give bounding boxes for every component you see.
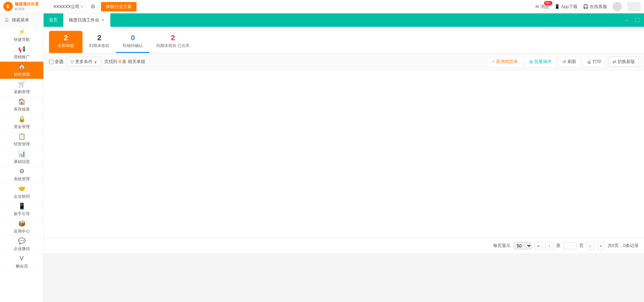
- next-page-button[interactable]: ›: [586, 242, 594, 250]
- sidebar-item-basic-info[interactable]: 📊 基础信息: [0, 149, 43, 166]
- app-download-icon: 📱: [554, 4, 560, 9]
- sidebar-label-quick-nav: 快捷导航: [14, 37, 30, 43]
- logo-name: 畅捷通好生意: [15, 2, 39, 6]
- stat-label-pending: 旺铺待确认: [123, 43, 143, 49]
- sidebar-label-marketing: 营销推广: [14, 54, 30, 60]
- sidebar-item-quick-nav[interactable]: ⚡ 快捷导航: [0, 27, 43, 44]
- gear-button[interactable]: ⚙: [88, 2, 98, 11]
- top-header: 6 畅捷通好生意 标准版 XXXXXX公司 ▾ ⚙ 体验行业方案 ✉ 消息 99…: [0, 0, 644, 13]
- company-name: XXXXXX公司: [53, 4, 79, 10]
- select-all-checkbox[interactable]: 全选: [49, 59, 63, 65]
- workbench: 2 全部单据 2 到期未收款 0 旺铺待确认 2 到期未收款 已出库 全选: [44, 27, 644, 253]
- sidebar-item-system[interactable]: ⚙ 系统管理: [0, 166, 43, 184]
- found-prefix: 共找到: [104, 59, 117, 64]
- online-service-button[interactable]: 🎧 在线客服: [583, 4, 607, 10]
- app-download-label: App下载: [561, 4, 578, 10]
- toolbar-right: + 新增销货单 ⊞ 批量操作 ↺ 刷新 🖨 打印 ⇄ 切换新版: [488, 57, 639, 67]
- marketing-icon: 📢: [18, 46, 25, 53]
- print-button[interactable]: 🖨 打印: [584, 57, 605, 66]
- switch-label: 切换新版: [618, 59, 635, 65]
- sidebar-item-marketing[interactable]: 📢 营销推广: [0, 44, 43, 62]
- sidebar-label-operations: 经营管理: [14, 141, 30, 147]
- logo-sub: 标准版: [15, 7, 39, 11]
- message-button[interactable]: ✉ 消息 99+: [535, 4, 549, 10]
- tab-close-icon[interactable]: ✕: [101, 18, 105, 22]
- chevron-down-icon: ▾: [81, 5, 83, 8]
- sidebar-item-guide[interactable]: 📱 新手引导: [0, 201, 43, 219]
- operations-icon: 📋: [18, 133, 25, 140]
- filter-button[interactable]: ▽ 更多条件 ∨: [67, 57, 101, 66]
- sidebar-item-sales[interactable]: 🏠 销售管理: [0, 62, 43, 79]
- switch-version-button[interactable]: ⇄ 切换新版: [609, 57, 639, 67]
- tab-minimize-button[interactable]: −: [623, 16, 631, 24]
- sidebar-label-sales: 销售管理: [14, 72, 30, 77]
- finance-icon: 🔒: [18, 115, 25, 123]
- first-page-button[interactable]: «: [535, 242, 543, 250]
- sidebar-label-system: 系统管理: [14, 176, 30, 182]
- select-all-input[interactable]: [49, 60, 53, 64]
- quick-nav-icon: ⚡: [18, 28, 25, 36]
- system-icon: ⚙: [19, 168, 24, 175]
- sidebar-item-purchase[interactable]: 🛒 采购管理: [0, 79, 43, 97]
- refresh-button[interactable]: ↺ 刷新: [559, 57, 580, 66]
- stat-label-overdue-out: 到期未收款 已出库: [156, 43, 190, 49]
- sidebar-item-operations[interactable]: 📋 经营管理: [0, 131, 43, 149]
- headset-icon: 🎧: [583, 4, 588, 9]
- print-label: 打印: [593, 59, 601, 65]
- sidebar-item-wechat[interactable]: 💬 企业微信: [0, 236, 43, 253]
- stat-label-all: 全部单据: [58, 43, 74, 49]
- found-text: 共找到 0 条 相关单据: [104, 59, 145, 65]
- logo-icon: 6: [3, 2, 13, 11]
- sidebar-item-inventory[interactable]: 🏠 库存核算: [0, 97, 43, 114]
- search-menu-button[interactable]: ☰ 搜索菜单: [0, 13, 43, 27]
- stat-tab-overdue-out[interactable]: 2 到期未收款 已出库: [150, 31, 196, 53]
- sidebar-label-basic-info: 基础信息: [14, 159, 30, 165]
- switch-icon: ⇄: [612, 59, 616, 64]
- filter-icon: ▽: [70, 59, 74, 64]
- sidebar-item-finance[interactable]: 🔒 资金管理: [0, 114, 43, 131]
- stat-num-overdue-out: 2: [171, 34, 175, 42]
- stat-tab-all[interactable]: 2 全部单据: [49, 31, 83, 53]
- app-download-button[interactable]: 📱 App下载: [554, 4, 578, 10]
- avatar-name[interactable]: [627, 2, 641, 11]
- last-page-button[interactable]: »: [597, 242, 605, 250]
- tab-workbench-label: 钱货日清工作台: [69, 17, 99, 23]
- refresh-label: 刷新: [568, 59, 576, 65]
- sidebar-item-enterprise[interactable]: 🤝 企业协同: [0, 184, 43, 201]
- sidebar-label-inventory: 库存核算: [14, 107, 30, 112]
- wechat-icon: 💬: [18, 237, 25, 245]
- page-input[interactable]: 1: [563, 242, 577, 249]
- stats-tabs: 2 全部单据 2 到期未收款 0 旺铺待确认 2 到期未收款 已出库: [44, 27, 644, 53]
- prev-page-button[interactable]: ‹: [545, 242, 553, 250]
- page-label2: 页: [579, 243, 584, 249]
- company-selector[interactable]: XXXXXX公司 ▾: [50, 2, 86, 11]
- found-count: 0: [119, 59, 121, 64]
- add-sales-order-button[interactable]: + 新增销货单: [488, 57, 522, 66]
- tab-expand-button[interactable]: ⛶: [633, 16, 641, 24]
- stat-num-all: 2: [64, 34, 68, 42]
- table-area: [44, 70, 644, 238]
- app-center-icon: 📦: [18, 220, 25, 227]
- stat-tab-pending[interactable]: 0 旺铺待确认: [116, 31, 150, 53]
- trial-button[interactable]: 体验行业方案: [101, 2, 137, 11]
- page-label: 第: [556, 243, 560, 249]
- sidebar-label-member: 畅会员: [16, 263, 28, 269]
- refresh-icon: ↺: [562, 59, 566, 64]
- print-icon: 🖨: [587, 59, 591, 64]
- logo-area: 6 畅捷通好生意 标准版: [3, 2, 47, 11]
- sidebar-item-member[interactable]: V 畅会员: [0, 253, 43, 271]
- tab-workbench[interactable]: 钱货日清工作台 ✕: [63, 13, 110, 27]
- avatar[interactable]: [612, 2, 622, 11]
- tab-home[interactable]: 首页: [44, 13, 63, 27]
- toolbar: 全选 ▽ 更多条件 ∨ 共找到 0 条 相关单据 + 新增销货单 ⊞ 批量操作: [44, 53, 644, 70]
- stat-tab-overdue[interactable]: 2 到期未收款: [83, 31, 116, 53]
- basic-info-icon: 📊: [18, 150, 25, 158]
- pagination: 每页显示 50 10 20 100 « ‹ 第 1 页 › » 共0页，0条记录: [44, 238, 644, 253]
- sidebar-item-app-center[interactable]: 📦 应用中心: [0, 219, 43, 236]
- filter-label: 更多条件: [75, 59, 93, 65]
- batch-icon: ⊞: [529, 59, 533, 64]
- sidebar-label-guide: 新手引导: [14, 211, 30, 217]
- enterprise-icon: 🤝: [18, 185, 25, 192]
- batch-operation-button[interactable]: ⊞ 批量操作: [526, 57, 555, 66]
- page-size-select[interactable]: 50 10 20 100: [513, 242, 532, 250]
